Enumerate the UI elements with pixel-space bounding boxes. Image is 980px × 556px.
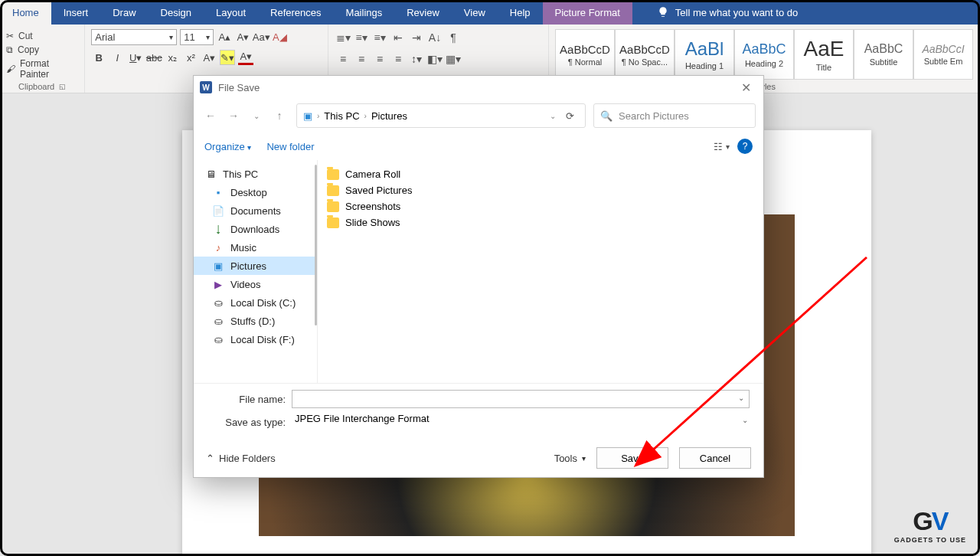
organize-menu[interactable]: Organize ▾ bbox=[204, 141, 251, 152]
file-name-input[interactable]: ⌄ bbox=[292, 390, 750, 408]
close-button[interactable]: ✕ bbox=[734, 80, 757, 95]
up-button[interactable]: ↑ bbox=[270, 106, 289, 125]
nav-pictures[interactable]: ▣Pictures bbox=[194, 257, 317, 275]
borders-button[interactable]: ▦▾ bbox=[445, 51, 462, 67]
style-heading1[interactable]: AaBlHeading 1 bbox=[675, 29, 734, 80]
nav-disk-c[interactable]: ⛀Local Disk (C:) bbox=[194, 293, 317, 312]
hide-folders-button[interactable]: ⌃Hide Folders bbox=[206, 453, 276, 464]
folder-item[interactable]: Screenshots bbox=[327, 198, 754, 214]
tell-me-search[interactable]: Tell me what you want to do bbox=[648, 0, 807, 25]
folder-item[interactable]: Camera Roll bbox=[327, 166, 754, 182]
forward-button[interactable]: → bbox=[224, 106, 243, 125]
line-spacing-button[interactable]: ↕▾ bbox=[408, 51, 425, 67]
save-button[interactable]: Save bbox=[596, 447, 668, 469]
multilevel-button[interactable]: ≡▾ bbox=[371, 29, 388, 46]
shading-button[interactable]: ◧▾ bbox=[426, 51, 443, 67]
ribbon-tabs: Home Insert Draw Design Layout Reference… bbox=[0, 0, 980, 25]
refresh-button[interactable]: ⟳ bbox=[560, 110, 579, 122]
tab-insert[interactable]: Insert bbox=[51, 0, 101, 25]
resize-handle-icon[interactable] bbox=[792, 375, 795, 381]
style-heading2[interactable]: AaBbCHeading 2 bbox=[734, 29, 794, 80]
help-button[interactable]: ? bbox=[737, 139, 753, 154]
style-normal[interactable]: AaBbCcD¶ Normal bbox=[555, 29, 615, 80]
clear-formatting-button[interactable]: A◢ bbox=[272, 30, 287, 45]
nav-downloads[interactable]: ⭣Downloads bbox=[194, 220, 317, 238]
tab-picture-format[interactable]: Picture Format bbox=[543, 0, 632, 25]
nav-documents[interactable]: 📄Documents bbox=[194, 201, 317, 220]
breadcrumb-item[interactable]: This PC bbox=[324, 110, 359, 122]
decrease-indent-button[interactable]: ⇤ bbox=[390, 29, 407, 46]
nav-disk-d[interactable]: ⛀Stuffs (D:) bbox=[194, 312, 317, 330]
resize-handle-icon[interactable] bbox=[792, 214, 795, 217]
folder-item[interactable]: Saved Pictures bbox=[327, 182, 754, 198]
search-input[interactable]: 🔍 Search Pictures bbox=[593, 103, 756, 128]
tab-references[interactable]: References bbox=[258, 0, 333, 25]
tab-review[interactable]: Review bbox=[394, 0, 452, 25]
strike-button[interactable]: abc bbox=[146, 50, 162, 65]
font-name-combo[interactable]: Arial▾ bbox=[91, 29, 177, 45]
recent-locations-button[interactable]: ⌄ bbox=[247, 106, 266, 125]
tab-mailings[interactable]: Mailings bbox=[334, 0, 395, 25]
bullets-button[interactable]: ≣▾ bbox=[335, 29, 351, 46]
copy-button[interactable]: ⧉Copy bbox=[6, 43, 78, 57]
tab-help[interactable]: Help bbox=[498, 0, 543, 25]
change-case-button[interactable]: Aa▾ bbox=[253, 30, 269, 45]
cut-button[interactable]: ✂Cut bbox=[6, 29, 78, 43]
italic-button[interactable]: I bbox=[109, 50, 125, 65]
tools-menu[interactable]: Tools▾ bbox=[554, 453, 586, 464]
back-button[interactable]: ← bbox=[201, 106, 220, 125]
subscript-button[interactable]: x₂ bbox=[165, 50, 180, 65]
numbering-button[interactable]: ≡▾ bbox=[353, 29, 370, 46]
format-painter-button[interactable]: 🖌Format Painter bbox=[6, 57, 78, 81]
superscript-button[interactable]: x² bbox=[183, 50, 198, 65]
show-marks-button[interactable]: ¶ bbox=[445, 29, 462, 46]
folder-icon bbox=[327, 217, 339, 228]
style-subtitle[interactable]: AaBbCSubtitle bbox=[854, 29, 913, 80]
shrink-font-button[interactable]: A▾ bbox=[235, 30, 250, 45]
downloads-icon: ⭣ bbox=[212, 223, 224, 235]
style-subtle-em[interactable]: AaBbCcISubtle Em bbox=[913, 29, 973, 80]
underline-button[interactable]: U▾ bbox=[128, 50, 143, 65]
bold-button[interactable]: B bbox=[91, 50, 106, 65]
view-button[interactable]: ☷▾ bbox=[714, 141, 730, 152]
new-folder-button[interactable]: New folder bbox=[266, 141, 314, 152]
dialog-launcher-icon[interactable]: ◱ bbox=[59, 83, 66, 90]
nav-this-pc[interactable]: 🖥This PC bbox=[194, 165, 317, 183]
highlight-button[interactable]: ✎▾ bbox=[220, 50, 235, 65]
align-center-button[interactable]: ≡ bbox=[353, 51, 370, 67]
save-type-select[interactable]: JPEG File Interchange Format⌄ bbox=[292, 413, 750, 431]
sort-button[interactable]: A↓ bbox=[426, 29, 443, 46]
nav-music[interactable]: ♪Music bbox=[194, 238, 317, 257]
cancel-button[interactable]: Cancel bbox=[679, 447, 751, 469]
styles-gallery[interactable]: AaBbCcD¶ Normal AaBbCcD¶ No Spac... AaBl… bbox=[555, 29, 973, 80]
tab-design[interactable]: Design bbox=[149, 0, 204, 25]
dialog-title: File Save bbox=[218, 82, 260, 93]
font-color-button[interactable]: A▾ bbox=[238, 50, 253, 65]
align-left-button[interactable]: ≡ bbox=[335, 51, 351, 67]
chevron-down-icon[interactable]: ⌄ bbox=[738, 394, 744, 402]
nav-desktop[interactable]: ▪Desktop bbox=[194, 183, 317, 201]
disk-warn-icon: ⛀ bbox=[212, 333, 224, 345]
align-right-button[interactable]: ≡ bbox=[371, 51, 388, 67]
text-effects-button[interactable]: A▾ bbox=[201, 50, 217, 65]
pc-icon: 🖥 bbox=[204, 168, 217, 180]
increase-indent-button[interactable]: ⇥ bbox=[408, 29, 425, 46]
tab-draw[interactable]: Draw bbox=[100, 0, 148, 25]
nav-videos[interactable]: ▶Videos bbox=[194, 275, 317, 293]
resize-handle-icon[interactable] bbox=[792, 533, 795, 536]
style-no-spacing[interactable]: AaBbCcD¶ No Spac... bbox=[615, 29, 675, 80]
nav-disk-f[interactable]: ⛀Local Disk (F:) bbox=[194, 330, 317, 348]
tab-view[interactable]: View bbox=[452, 0, 498, 25]
documents-icon: 📄 bbox=[212, 204, 224, 217]
breadcrumb[interactable]: ▣ › This PC › Pictures ⌄ ⟳ bbox=[296, 103, 586, 128]
style-title[interactable]: AaETitle bbox=[794, 29, 854, 80]
folder-item[interactable]: Slide Shows bbox=[327, 214, 754, 231]
chevron-down-icon[interactable]: ⌄ bbox=[742, 416, 748, 424]
breadcrumb-item[interactable]: Pictures bbox=[371, 110, 407, 122]
tab-layout[interactable]: Layout bbox=[204, 0, 258, 25]
tab-home[interactable]: Home bbox=[0, 0, 51, 25]
chevron-down-icon[interactable]: ⌄ bbox=[550, 112, 556, 120]
font-size-combo[interactable]: 11▾ bbox=[180, 29, 214, 45]
justify-button[interactable]: ≡ bbox=[390, 51, 407, 67]
grow-font-button[interactable]: A▴ bbox=[217, 30, 232, 45]
